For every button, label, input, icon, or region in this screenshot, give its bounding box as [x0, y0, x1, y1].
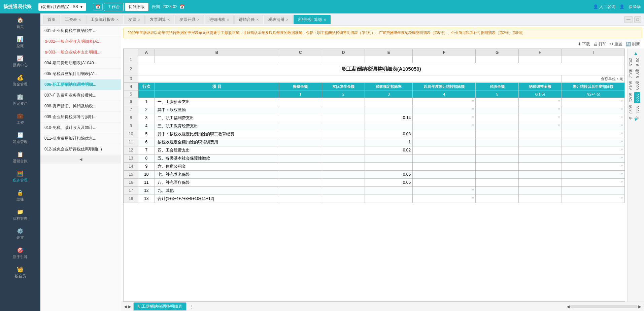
- sheet-tab-1[interactable]: 职工薪酬纳税调整明细表: [133, 302, 187, 311]
- cell-i4[interactable]: *: [562, 122, 624, 130]
- sheet-container[interactable]: A B C D E F G H I: [123, 48, 625, 302]
- sidebar-item-home[interactable]: 🏠首页: [0, 13, 40, 33]
- year-nav-item-2015[interactable]: 2015年: [628, 57, 634, 67]
- cell-item-12[interactable]: 九、其他: [155, 186, 279, 195]
- cell-f13[interactable]: *: [413, 195, 476, 203]
- cell-item-5[interactable]: 其中：按税收规定比例扣除的职工教育经费: [155, 130, 279, 138]
- sub-sidebar-item-002[interactable]: ⊗002-一般企业收入明细表(A1...: [40, 36, 121, 47]
- print-button[interactable]: 🖨 打印: [594, 41, 607, 47]
- tab-close-tax_clear[interactable]: ✕: [286, 18, 289, 22]
- tab-close-payroll_stat[interactable]: ✕: [116, 18, 119, 22]
- cell-e1[interactable]: [365, 98, 413, 106]
- download-button[interactable]: ⬇ 下载: [578, 41, 590, 47]
- cell-i8[interactable]: *: [562, 154, 624, 162]
- cell-f10[interactable]: [413, 170, 476, 178]
- company-selector[interactable]: (勿删) 江西赣宝-LSS ▼: [38, 3, 86, 11]
- sidebar-item-fixed_assets[interactable]: 🏢固定资产: [0, 90, 40, 109]
- sidebar-item-newbie[interactable]: 🎯新手引导: [0, 244, 40, 263]
- cell-line-9[interactable]: 9: [138, 162, 155, 170]
- calendar-btn[interactable]: 📅: [93, 3, 103, 10]
- year-nav-item-2018[interactable]: 2018年: [634, 68, 640, 79]
- cell-e2[interactable]: [365, 106, 413, 114]
- cell-line-4[interactable]: 4: [138, 122, 155, 130]
- tab-close-invoice_calc[interactable]: ✕: [167, 18, 170, 22]
- sidebar-item-closing[interactable]: 🔒结账: [0, 186, 40, 205]
- cell-c5[interactable]: [279, 130, 322, 138]
- sub-sidebar-item-005[interactable]: 005-纳税调整项目明细表(A1...: [40, 69, 121, 79]
- workbench-button[interactable]: 工作台: [104, 3, 124, 11]
- cell-a1[interactable]: [138, 56, 155, 63]
- sub-sidebar-item-004[interactable]: 004-期间费用明细表(A1040...: [40, 58, 121, 69]
- tab-payroll_stat[interactable]: 工资统计报表✕: [86, 15, 123, 24]
- cell-item-7[interactable]: 四、工会经费支出: [155, 146, 279, 154]
- sub-sidebar-item-012[interactable]: 012-减免企业所得税优惠明细(..): [40, 144, 121, 155]
- cell-e7[interactable]: 0.02: [365, 146, 413, 154]
- tab-minimize-btn[interactable]: —: [624, 16, 633, 23]
- cell-c4[interactable]: [279, 122, 322, 130]
- sheet-options-btn[interactable]: ⋮: [189, 304, 193, 309]
- sidebar-item-invoice_mgmt[interactable]: 🧾发票管理: [0, 129, 40, 148]
- cell-h9[interactable]: [519, 162, 562, 170]
- cell-f3[interactable]: *: [413, 114, 476, 122]
- sub-sidebar-item-009[interactable]: 009-企业所得税弥补亏损明...: [40, 112, 121, 123]
- sheet-scroll-right[interactable]: ▶: [638, 304, 641, 309]
- tab-input_ledger[interactable]: 进销台账✕: [234, 15, 263, 24]
- collapse-btn[interactable]: ◀: [40, 155, 121, 164]
- cell-g9[interactable]: [476, 162, 519, 170]
- cell-g5[interactable]: [476, 130, 519, 138]
- sidebar-item-report_center[interactable]: 📈报表中心: [0, 52, 40, 71]
- cell-c7[interactable]: [279, 146, 322, 154]
- sub-sidebar-item-001[interactable]: 001-企业所得税年度纳税申...: [40, 26, 121, 36]
- tab-input_verify[interactable]: 进销稽核✕: [205, 15, 234, 24]
- service-label[interactable]: 👤 人工客询: [593, 4, 615, 10]
- cell-e4[interactable]: [365, 122, 413, 130]
- tab-invoice_open[interactable]: 发票开具✕: [175, 15, 204, 24]
- cell-i6[interactable]: *: [562, 138, 624, 146]
- tab-tax_clear[interactable]: 税表清册✕: [264, 15, 293, 24]
- cell-d2[interactable]: [322, 106, 365, 114]
- year-nav-down[interactable]: ▼: [633, 116, 639, 123]
- cell-e1[interactable]: [365, 56, 413, 63]
- cell-line-5[interactable]: 5: [138, 130, 155, 138]
- cell-d3[interactable]: [322, 114, 365, 122]
- sheet-scrollbar[interactable]: [570, 305, 638, 308]
- cell-line-2[interactable]: 2: [138, 106, 155, 114]
- tab-close-invoice[interactable]: ✕: [138, 18, 140, 22]
- cell-i11[interactable]: *: [562, 178, 624, 186]
- cell-c9[interactable]: [279, 162, 322, 170]
- sidebar-item-payroll[interactable]: 💼工资: [0, 109, 40, 129]
- year-nav-item-2019[interactable]: 2019年: [628, 80, 634, 91]
- cell-h2[interactable]: *: [519, 106, 562, 114]
- cell-f2[interactable]: *: [413, 106, 476, 114]
- cell-line-8[interactable]: 8: [138, 154, 155, 162]
- sub-sidebar-item-010[interactable]: 010-免税、减计收入及加计...: [40, 123, 121, 133]
- cell-f6[interactable]: [413, 138, 476, 146]
- cell-i12[interactable]: [562, 186, 624, 195]
- cell-h10[interactable]: [519, 170, 562, 178]
- year-nav-item-2016[interactable]: 2016年: [634, 57, 640, 67]
- year-nav-item-2022[interactable]: 2022年: [634, 92, 640, 103]
- cell-d1[interactable]: [322, 98, 365, 106]
- cell-g10[interactable]: [476, 170, 519, 178]
- cell-e6[interactable]: 1: [365, 138, 413, 146]
- cell-item-10[interactable]: 七、补充养老保险: [155, 170, 279, 178]
- cell-g2[interactable]: [476, 106, 519, 114]
- cell-h7[interactable]: [519, 146, 562, 154]
- cell-f8[interactable]: [413, 154, 476, 162]
- cell-d10[interactable]: [322, 170, 365, 178]
- cell-i9[interactable]: *: [562, 162, 624, 170]
- old-version-button[interactable]: 切到旧版: [125, 3, 148, 11]
- user-label[interactable]: 徐泽华: [629, 4, 641, 10]
- tab-invoice_calc[interactable]: 发票测算✕: [145, 15, 174, 24]
- cell-d4[interactable]: [322, 122, 365, 130]
- cell-f9[interactable]: [413, 162, 476, 170]
- cell-h13[interactable]: [519, 195, 562, 203]
- sub-sidebar-item-007[interactable]: 007-广告费和业务宣传费摊...: [40, 90, 121, 101]
- tab-close-income_tax[interactable]: ✕: [324, 18, 326, 22]
- cell-c1[interactable]: [279, 56, 322, 63]
- cell-item-2[interactable]: 其中：股权激励: [155, 106, 279, 114]
- sheet-next-btn[interactable]: ▶: [128, 304, 131, 309]
- sidebar-item-archive[interactable]: 📁归档管理: [0, 205, 40, 224]
- cell-h1[interactable]: *: [519, 98, 562, 106]
- tab-maximize-btn[interactable]: □: [634, 16, 641, 23]
